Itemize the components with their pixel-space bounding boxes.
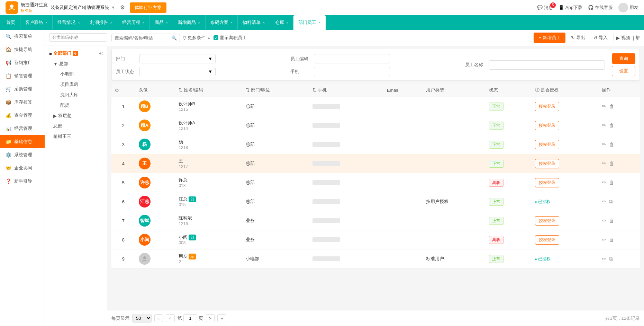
- delete-icon[interactable]: 🗑: [609, 179, 614, 186]
- close-icon[interactable]: ×: [45, 20, 47, 25]
- dept-search-input[interactable]: [49, 33, 107, 42]
- import-button[interactable]: ↺ 导入: [591, 33, 610, 42]
- help-button[interactable]: | 帮: [633, 35, 640, 41]
- query-button[interactable]: 查询: [612, 53, 635, 64]
- edit-icon[interactable]: ✏: [602, 160, 606, 167]
- dept-item-xiangmuku[interactable]: 项目库房: [48, 79, 107, 90]
- edit-icon[interactable]: ✏: [602, 122, 606, 129]
- phone-input[interactable]: [314, 67, 390, 76]
- delete-icon[interactable]: 🗑: [609, 122, 614, 129]
- close-icon[interactable]: ×: [286, 20, 288, 25]
- edit-icon[interactable]: ✏: [602, 141, 606, 148]
- edit-icon[interactable]: ✏: [602, 218, 606, 224]
- close-icon[interactable]: ×: [142, 20, 144, 25]
- tab-history[interactable]: 经营历程×: [117, 15, 149, 30]
- emp-name-input[interactable]: [489, 60, 605, 70]
- col-phone[interactable]: ⇅ 手机: [309, 83, 383, 97]
- trial-button[interactable]: 体验行业方案: [130, 2, 166, 13]
- close-icon[interactable]: ×: [198, 20, 200, 25]
- user-menu[interactable]: 用友: [618, 3, 638, 12]
- edit-icon[interactable]: ✏: [602, 256, 606, 262]
- show-former-checkbox[interactable]: ✓ 显示离职员工: [214, 35, 247, 41]
- edit-icon[interactable]: ✏: [602, 103, 606, 109]
- tab-home[interactable]: 首页: [3, 15, 20, 30]
- add-employee-button[interactable]: + 新增员工: [534, 33, 565, 43]
- tab-operation[interactable]: 经营情况×: [53, 15, 85, 30]
- dept-item-xiaodianbu[interactable]: 小电部: [48, 69, 107, 79]
- sidebar-item-system[interactable]: ⚙️ 系统管理: [0, 148, 45, 161]
- tab-goods[interactable]: 商品×: [150, 15, 173, 30]
- search-icon[interactable]: 🔍: [171, 35, 177, 41]
- auth-login-button[interactable]: 授权登录: [535, 178, 559, 187]
- dept-item-zongbu2[interactable]: 总部: [45, 121, 107, 131]
- col-dept[interactable]: ⇅ 部门/职位: [242, 83, 309, 97]
- sidebar-item-guide[interactable]: ❓ 新手引导: [0, 175, 45, 188]
- auth-login-button[interactable]: 授权登录: [535, 140, 559, 149]
- edit-icon[interactable]: ✏: [602, 179, 606, 186]
- auth-login-button[interactable]: 授权登录: [535, 102, 559, 111]
- delete-icon[interactable]: 🗑: [609, 141, 614, 148]
- page-size-select[interactable]: 50 100: [132, 314, 152, 323]
- close-icon[interactable]: ×: [318, 20, 320, 25]
- last-page-button[interactable]: »: [217, 314, 226, 322]
- toolbar-search-box[interactable]: 🔍: [111, 34, 180, 42]
- close-icon[interactable]: ×: [263, 20, 265, 25]
- filter-more-btn[interactable]: ▽ 更多条件 ▲: [183, 35, 211, 41]
- tab-bom[interactable]: 物料清单×: [238, 15, 270, 30]
- delete-icon[interactable]: 🗑: [609, 218, 614, 224]
- sidebar-item-sales[interactable]: 📋 销售管理: [0, 69, 45, 82]
- delete-icon[interactable]: 🗑: [609, 237, 614, 243]
- app-download-btn[interactable]: 📱 App下载: [559, 5, 582, 11]
- sidebar-item-basic[interactable]: 📁 基础信息: [0, 135, 45, 148]
- search-input[interactable]: [115, 35, 170, 41]
- view-button[interactable]: ▶ 视频: [616, 35, 630, 41]
- tab-barcode[interactable]: 条码方案×: [206, 15, 238, 30]
- page-input[interactable]: [183, 314, 197, 322]
- gear-button[interactable]: ⚙: [120, 4, 125, 11]
- next-page-button[interactable]: >: [206, 314, 215, 322]
- edit-icon[interactable]: ✏: [602, 199, 606, 205]
- sidebar-item-search[interactable]: 🔍 搜索菜单: [0, 30, 45, 43]
- settings-icon[interactable]: ⚙: [115, 88, 119, 93]
- collapse-arrow-icon[interactable]: ≪: [99, 51, 103, 56]
- status-select[interactable]: ▼: [139, 67, 216, 76]
- edit-icon[interactable]: ✏: [602, 237, 606, 243]
- dept-item-shuangceng[interactable]: ▶ 双层想: [45, 111, 107, 121]
- col-setting[interactable]: ⚙: [111, 83, 135, 97]
- emp-code-input[interactable]: [314, 54, 390, 63]
- copy-icon[interactable]: ⧉: [609, 199, 613, 205]
- dept-item-zhishu[interactable]: 植树王三: [45, 131, 107, 142]
- export-button[interactable]: ↻ 导出: [568, 33, 588, 42]
- online-service-btn[interactable]: 🎧 在线客服: [588, 5, 613, 11]
- close-icon[interactable]: ×: [230, 20, 233, 25]
- dept-item-peihuo[interactable]: 配货: [48, 100, 107, 111]
- system-dropdown-arrow[interactable]: ▼: [111, 5, 115, 10]
- sidebar-item-inventory[interactable]: 📦 库存核算: [0, 96, 45, 109]
- col-name[interactable]: ⇅ 姓名/编码: [175, 83, 242, 97]
- close-icon[interactable]: ×: [78, 20, 80, 25]
- auth-login-button[interactable]: 授权登录: [535, 216, 559, 226]
- close-icon[interactable]: ×: [166, 20, 168, 25]
- dept-select[interactable]: ▼: [139, 54, 216, 63]
- copy-icon[interactable]: ⧉: [609, 256, 613, 262]
- auth-login-button[interactable]: 授权登录: [535, 121, 559, 130]
- delete-icon[interactable]: 🗑: [609, 103, 614, 109]
- close-icon[interactable]: ×: [110, 20, 112, 25]
- sidebar-item-biz[interactable]: 📊 经营管理: [0, 122, 45, 135]
- auth-login-button[interactable]: 授权登录: [535, 235, 559, 245]
- dept-item-zongbu-parent[interactable]: ▼ 总部: [45, 59, 107, 69]
- tab-warehouse[interactable]: 仓库×: [270, 15, 293, 30]
- sidebar-item-collab[interactable]: 🤝 企业协同: [0, 161, 45, 175]
- sidebar-item-finance[interactable]: 💰 资金管理: [0, 109, 45, 122]
- sidebar-item-marketing[interactable]: 📢 营销推广: [0, 56, 45, 69]
- first-page-button[interactable]: «: [154, 314, 163, 322]
- set-button[interactable]: 设置: [612, 66, 635, 76]
- dept-all-header[interactable]: ■ 全部部门 6 ≪: [45, 48, 107, 59]
- tab-customer[interactable]: 客户联络×: [20, 15, 53, 30]
- tab-add-goods[interactable]: 新增商品×: [173, 15, 205, 30]
- prev-page-button[interactable]: <: [166, 314, 175, 322]
- message-btn[interactable]: 💬 消息 5: [537, 5, 553, 11]
- sidebar-item-quicknav[interactable]: 🏠 快捷导航: [0, 43, 45, 56]
- sidebar-item-purchase[interactable]: 🛒 采购管理: [0, 82, 45, 96]
- tab-profit[interactable]: 利润报告×: [85, 15, 117, 30]
